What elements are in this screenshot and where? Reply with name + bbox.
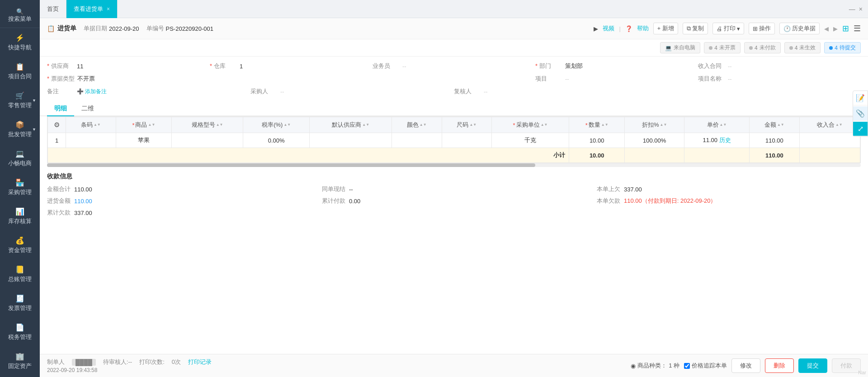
badge-not-paid[interactable]: 4 未付款 [744, 42, 781, 53]
warehouse-value[interactable]: 1 [240, 63, 243, 70]
cell-discount: 100.00% [625, 133, 684, 148]
project-name-value[interactable]: -- [728, 76, 732, 82]
sort-arrows-discount[interactable]: ▲▼ [660, 123, 667, 127]
sort-arrows-product[interactable]: ▲▼ [148, 123, 155, 127]
sidebar-search-label: 搜索菜单 [8, 15, 32, 22]
tab-close-icon[interactable]: × [107, 6, 110, 12]
sidebar-item-quick-nav[interactable]: ⚡ 快捷导航 [0, 28, 40, 57]
add-remark-btn[interactable]: ➕ 添加备注 [77, 88, 107, 95]
ticket-type-value[interactable]: 不开票 [77, 75, 95, 83]
doc-icon: 📋 [47, 25, 55, 32]
number-label: 单编号 [146, 24, 164, 33]
unit-price-value: 11.00 [703, 137, 717, 143]
sort-arrows-size[interactable]: ▲▼ [469, 123, 476, 127]
scrollbar-thumb[interactable] [47, 163, 535, 167]
supplier-value[interactable]: 11 [77, 63, 83, 70]
sort-arrows-barcode[interactable]: ▲▼ [94, 123, 101, 127]
tab-home[interactable]: 首页 [40, 0, 66, 18]
staff-value[interactable]: -- [402, 63, 406, 70]
price-track-label[interactable]: 价格追踪本单 [684, 362, 727, 370]
history-price-link[interactable]: 历史 [719, 137, 731, 143]
badge-pending-submit[interactable]: 4 待提交 [824, 42, 861, 53]
grid-view-icon[interactable]: ⊞ [842, 24, 849, 33]
sidebar-item-label: 发票管理 [8, 304, 32, 312]
form-row-1: 供应商 11 仓库 1 业务员 -- 部门 策划部 收入合同 -- [47, 62, 861, 70]
print-log-link[interactable]: 打印记录 [188, 358, 212, 366]
right-panel-edit[interactable]: 📝 [853, 91, 868, 105]
cumulative-paid-value: 0.00 [349, 198, 360, 205]
dept-label: 部门 [535, 62, 562, 70]
right-panel-expand[interactable]: ⤢ [853, 122, 868, 136]
sidebar-item-fixed-assets[interactable]: 🏢 固定资产 [0, 347, 40, 376]
current-owed-value: 110.00（付款到期日: 2022-09-20） [624, 197, 716, 205]
income-contract-value[interactable]: -- [728, 63, 732, 70]
col-settings[interactable]: ⚙ [48, 117, 66, 133]
tab-mingxi[interactable]: 明细 [47, 102, 74, 116]
sort-arrows-qty[interactable]: ▲▼ [601, 123, 609, 127]
history-button[interactable]: 🕐 历史单据 [779, 23, 820, 34]
payment-item-current-due: 本单上欠 337.00 [597, 185, 861, 193]
next-button[interactable]: ▶ [833, 25, 838, 32]
sidebar-item-purchase[interactable]: 🏪 采购管理 [0, 173, 40, 202]
pay-button: 付款 [832, 358, 861, 373]
dept-value[interactable]: 策划部 [565, 62, 583, 70]
badge-not-invoiced[interactable]: 4 未开票 [704, 42, 741, 53]
tab-purchase-order[interactable]: 查看进货单 × [66, 0, 118, 18]
sort-arrows-income[interactable]: ▲▼ [835, 123, 843, 127]
field-remark: 备注 ➕ 添加备注 [47, 87, 250, 95]
sort-arrows-tax[interactable]: ▲▼ [283, 123, 291, 127]
cell-product: 苹果 [116, 133, 171, 148]
col-spec: 规格型号 ▲▼ [172, 117, 243, 133]
purchase-order-table: ⚙ 条码 ▲▼ * 商品 ▲▼ [47, 117, 860, 163]
retail-icon: 🛒 [15, 91, 24, 100]
reviewer-value[interactable]: -- [484, 88, 488, 95]
cumulative-paid-label: 累计付款 [322, 197, 345, 205]
window-close-icon[interactable]: × [859, 5, 863, 13]
sidebar-item-capital[interactable]: 💰 资金管理 [0, 231, 40, 260]
right-panel-attachment[interactable]: 📎 [853, 106, 868, 121]
video-link[interactable]: 视频 [603, 24, 614, 33]
project-value[interactable]: -- [565, 76, 569, 82]
submit-button[interactable]: 提交 [798, 358, 827, 373]
sidebar-item-invoice[interactable]: 🧾 发票管理 [0, 289, 40, 318]
current-due-value: 337.00 [624, 186, 642, 193]
payment-item-purchase-amount: 进货金额 110.00 [47, 197, 311, 205]
price-track-checkbox[interactable] [684, 363, 690, 369]
delete-button[interactable]: 删除 [765, 358, 794, 373]
badge-from-pc[interactable]: 💻 来自电脑 [660, 42, 700, 53]
sidebar-item-inventory[interactable]: 📊 库存核算 [0, 202, 40, 231]
sort-arrows-price[interactable]: ▲▼ [720, 123, 727, 127]
tab-erwei[interactable]: 二维 [74, 102, 101, 116]
ops-button[interactable]: ⊞ 操作 [749, 23, 775, 34]
sidebar-item-tax[interactable]: 📄 税务管理 [0, 318, 40, 347]
window-minimize-icon[interactable]: — [849, 5, 855, 13]
sort-arrows-spec[interactable]: ▲▼ [216, 123, 223, 127]
prev-button[interactable]: ◀ [824, 25, 829, 32]
sidebar-item-retail[interactable]: 🛒 零售管理 [0, 86, 40, 115]
badge-not-effective-label: 未生效 [799, 44, 816, 52]
print-button[interactable]: 🖨 打印 ▾ [712, 23, 744, 34]
sort-arrows-color[interactable]: ▲▼ [420, 123, 427, 127]
sidebar-item-wholesale[interactable]: 📦 批发管理 [0, 115, 40, 144]
right-panel: 📝 📎 ⤢ [853, 91, 868, 137]
help-link[interactable]: 帮助 [637, 24, 649, 33]
sort-arrows-unit[interactable]: ▲▼ [541, 123, 548, 127]
sidebar-item-project-contract[interactable]: 📋 项目合同 [0, 57, 40, 86]
list-view-icon[interactable]: ☰ [854, 24, 861, 33]
table-scrollbar[interactable] [47, 163, 861, 167]
purchaser-value[interactable]: -- [280, 88, 284, 95]
sidebar-item-ledger[interactable]: 📒 总账管理 [0, 260, 40, 289]
modify-button[interactable]: 修改 [731, 358, 760, 373]
cell-tax-rate: 0.00% [243, 133, 310, 148]
sidebar-item-ecommerce[interactable]: 💻 小畅电商 [0, 144, 40, 173]
badge-not-paid-label: 未付款 [760, 44, 776, 52]
sort-arrows-amount[interactable]: ▲▼ [777, 123, 784, 127]
table-settings-icon[interactable]: ⚙ [54, 121, 60, 129]
badge-not-effective[interactable]: 4 未生效 [784, 42, 821, 53]
copy-button[interactable]: ⧉ 复制 [683, 23, 708, 34]
number-value: PS-20220920-001 [166, 25, 214, 32]
add-button[interactable]: + 新增 [653, 23, 678, 34]
sidebar-search[interactable]: 🔍 搜索菜单 [0, 4, 40, 28]
detail-tabs: 明细 二维 [40, 102, 868, 116]
sort-arrows-supplier[interactable]: ▲▼ [362, 123, 369, 127]
